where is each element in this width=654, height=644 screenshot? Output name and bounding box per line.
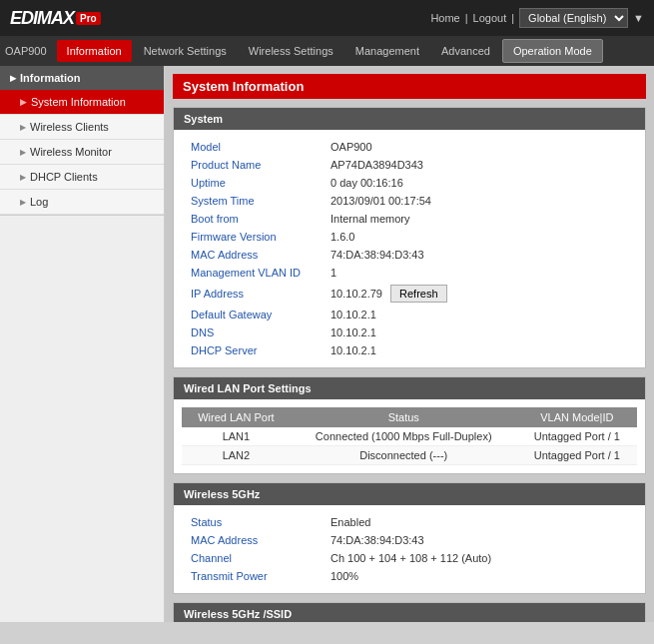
lan-port: LAN1: [182, 427, 291, 446]
field-label: Management VLAN ID: [186, 264, 326, 282]
content-area: System Information System Model OAP900 P…: [165, 66, 654, 622]
system-card: System Model OAP900 Product Name AP74DA3…: [173, 107, 646, 368]
field-label: Product Name: [186, 156, 326, 174]
sidebar-item-arrow: ▶: [20, 97, 27, 107]
field-label: Status: [186, 513, 326, 531]
field-value: 10.10.2.1: [326, 323, 633, 341]
lan-vlan: Untagged Port / 1: [517, 427, 637, 446]
sidebar-header-label: Information: [20, 72, 81, 84]
logout-link[interactable]: Logout: [473, 12, 507, 24]
table-row: MAC Address 74:DA:38:94:D3:43: [186, 531, 633, 549]
field-label: Channel: [186, 549, 326, 567]
nav-operation-mode[interactable]: Operation Mode: [502, 39, 603, 63]
wired-lan-table: Wired LAN Port Status VLAN Mode|ID LAN1 …: [182, 407, 637, 465]
sidebar-item-label: DHCP Clients: [30, 171, 98, 183]
wired-lan-card: Wired LAN Port Settings Wired LAN Port S…: [173, 376, 646, 474]
lan-status: Connected (1000 Mbps Full-Duplex): [291, 427, 517, 446]
table-row: Default Gateway 10.10.2.1: [186, 306, 633, 323]
table-row: MAC Address 74:DA:38:94:D3:43: [186, 246, 633, 264]
field-value: 74:DA:38:94:D3:43: [326, 246, 633, 264]
header: EDIMAX Pro Home | Logout | Global (Engli…: [0, 0, 654, 36]
system-card-header: System: [174, 108, 645, 130]
lan-vlan: Untagged Port / 1: [517, 446, 637, 465]
navbar: OAP900 Information Network Settings Wire…: [0, 36, 654, 66]
table-row: Transmit Power 100%: [186, 567, 633, 585]
table-row: Management VLAN ID 1: [186, 264, 633, 282]
field-value: 0 day 00:16:16: [326, 174, 633, 192]
field-label: Default Gateway: [186, 306, 326, 323]
nav-wireless-settings[interactable]: Wireless Settings: [239, 40, 343, 62]
table-row-ip: IP Address 10.10.2.79 Refresh: [186, 282, 633, 306]
table-row: Model OAP900: [186, 138, 633, 156]
table-row: Status Enabled: [186, 513, 633, 531]
wireless-5ghz-header: Wireless 5GHz: [174, 483, 645, 505]
sidebar-item-label: Wireless Monitor: [30, 146, 112, 158]
field-value: 100%: [326, 567, 633, 585]
field-label: Boot from: [186, 210, 326, 228]
field-value: Ch 100 + 104 + 108 + 112 (Auto): [326, 549, 633, 567]
logo-text: EDIMAX: [10, 8, 74, 29]
logo-edimax: EDIMAX: [10, 8, 74, 28]
field-label: Uptime: [186, 174, 326, 192]
wireless-5ghz-table: Status Enabled MAC Address 74:DA:38:94:D…: [186, 513, 633, 585]
sidebar-item-system-info[interactable]: ▶ System Information: [0, 90, 164, 115]
field-value: Enabled: [326, 513, 633, 531]
field-value: 10.10.2.1: [326, 341, 633, 359]
sidebar-item-arrow: ▶: [20, 173, 26, 182]
wireless-5ghz-ssid-header: Wireless 5GHz /SSID: [174, 603, 645, 622]
sidebar-item-arrow: ▶: [20, 198, 26, 207]
sidebar-item-dhcp-clients[interactable]: ▶ DHCP Clients: [0, 165, 164, 190]
lan-port: LAN2: [182, 446, 291, 465]
nav-management[interactable]: Management: [345, 40, 429, 62]
field-value-ip: 10.10.2.79 Refresh: [326, 282, 633, 306]
field-value: Internal memory: [326, 210, 633, 228]
col-status: Status: [291, 407, 517, 427]
sidebar-item-arrow: ▶: [20, 123, 26, 132]
sidebar-item-label: System Information: [31, 96, 126, 108]
wired-lan-body: Wired LAN Port Status VLAN Mode|ID LAN1 …: [174, 399, 645, 473]
nav-advanced[interactable]: Advanced: [431, 40, 500, 62]
wired-lan-header: Wired LAN Port Settings: [174, 377, 645, 399]
ip-value: 10.10.2.79: [330, 288, 382, 300]
table-row: Boot from Internal memory: [186, 210, 633, 228]
field-label: MAC Address: [186, 531, 326, 549]
sidebar-item-wireless-monitor[interactable]: ▶ Wireless Monitor: [0, 140, 164, 165]
table-row: LAN1 Connected (1000 Mbps Full-Duplex) U…: [182, 427, 637, 446]
model-label: OAP900: [5, 45, 47, 57]
field-value: 1: [326, 264, 633, 282]
logo: EDIMAX Pro: [10, 8, 101, 29]
refresh-button[interactable]: Refresh: [390, 285, 447, 303]
wireless-5ghz-body: Status Enabled MAC Address 74:DA:38:94:D…: [174, 505, 645, 593]
field-value: 1.6.0: [326, 228, 633, 246]
field-label: DNS: [186, 323, 326, 341]
lan-status: Disconnected (---): [291, 446, 517, 465]
sidebar-section-information: ▶ Information ▶ System Information ▶ Wir…: [0, 66, 164, 216]
field-value: 2013/09/01 00:17:54: [326, 192, 633, 210]
sidebar: ▶ Information ▶ System Information ▶ Wir…: [0, 66, 165, 622]
nav-information[interactable]: Information: [57, 40, 132, 62]
sidebar-item-wireless-clients[interactable]: ▶ Wireless Clients: [0, 115, 164, 140]
nav-network-settings[interactable]: Network Settings: [134, 40, 237, 62]
table-header-row: Wired LAN Port Status VLAN Mode|ID: [182, 407, 637, 427]
field-label: DHCP Server: [186, 341, 326, 359]
field-label: IP Address: [186, 282, 326, 306]
field-label: Transmit Power: [186, 567, 326, 585]
sidebar-item-arrow: ▶: [20, 148, 26, 157]
sidebar-item-label: Log: [30, 196, 48, 208]
wireless-5ghz-card: Wireless 5GHz Status Enabled MAC Address…: [173, 482, 646, 594]
table-row: DHCP Server 10.10.2.1: [186, 341, 633, 359]
logo-pro: Pro: [76, 12, 101, 25]
sidebar-arrow-icon: ▶: [10, 74, 16, 83]
table-row: DNS 10.10.2.1: [186, 323, 633, 341]
field-label: MAC Address: [186, 246, 326, 264]
table-row: Firmware Version 1.6.0: [186, 228, 633, 246]
wireless-5ghz-ssid-card: Wireless 5GHz /SSID Authentication Encry…: [173, 602, 646, 622]
field-value: 10.10.2.1: [326, 306, 633, 323]
home-link[interactable]: Home: [430, 12, 459, 24]
field-value: 74:DA:38:94:D3:43: [326, 531, 633, 549]
language-select[interactable]: Global (English): [519, 8, 628, 28]
table-row: System Time 2013/09/01 00:17:54: [186, 192, 633, 210]
main-layout: ▶ Information ▶ System Information ▶ Wir…: [0, 66, 654, 622]
sidebar-header-information[interactable]: ▶ Information: [0, 66, 164, 90]
sidebar-item-log[interactable]: ▶ Log: [0, 190, 164, 215]
